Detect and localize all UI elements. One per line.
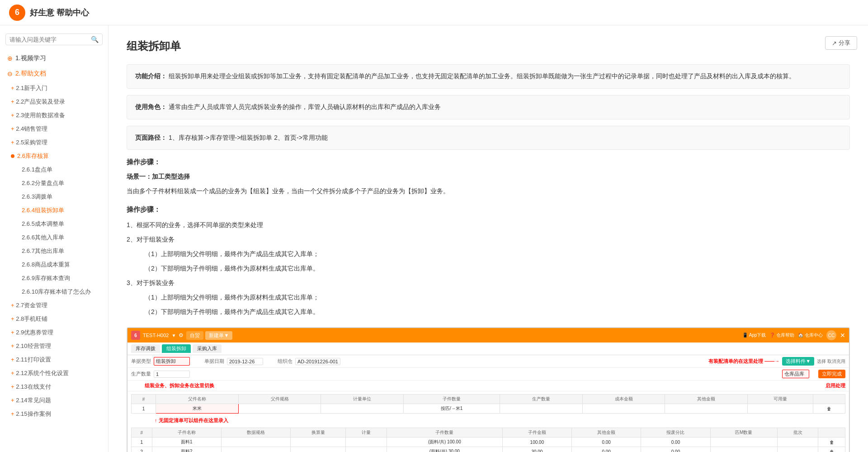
- share-icon: ↗: [832, 40, 837, 47]
- sidebar-child-2.9[interactable]: + 2.9优惠券管理: [11, 326, 108, 339]
- lower-cell-0-6: 100.00: [502, 438, 571, 447]
- sidebar-child-2.6[interactable]: 2.6库存核算: [11, 149, 108, 163]
- main-content: ↗ 分享 组装拆卸单 功能介绍： 组装拆卸单用来处理企业组装或拆卸等加工业务，支…: [108, 25, 868, 452]
- lower-cell-0-5: (面料/共) 100.00: [387, 438, 502, 447]
- lower-cell-1-2: [221, 447, 290, 452]
- sidebar-child-2.14[interactable]: + 2.14常见问题: [11, 394, 108, 407]
- sidebar-child-2.5[interactable]: + 2.5采购管理: [11, 136, 108, 149]
- select-parts-button[interactable]: 选择料件▼: [782, 357, 814, 366]
- search-input[interactable]: [9, 36, 91, 43]
- cell-act: 🗑: [813, 404, 845, 414]
- doc-type-value[interactable]: 组装拆卸: [154, 357, 190, 366]
- lower-cell-1-1[interactable]: 面料2: [152, 447, 221, 452]
- sidebar-child-2.13[interactable]: + 2.13在线支付: [11, 380, 108, 394]
- annotation-2: 组装业务、拆卸业务在这里切换: [145, 383, 214, 388]
- warehouse-select[interactable]: 仓库品库: [782, 370, 809, 378]
- nav-item-new[interactable]: 新建单▼: [205, 331, 232, 340]
- sidebar-label: 1.视频学习: [15, 54, 46, 62]
- qty-label: 生产数量: [131, 371, 151, 377]
- settings-icon[interactable]: ⚙: [179, 332, 184, 338]
- sidebar-child-2.2[interactable]: + 2.2产品安装及登录: [11, 95, 108, 109]
- cell-cost: [582, 404, 665, 414]
- sidebar-grandchild-2.6.2[interactable]: 2.6.2分量盘点单: [0, 176, 108, 190]
- col-other: 其他金额: [665, 395, 748, 404]
- child-label: 2.14常见问题: [16, 397, 51, 404]
- plus-icon: ⊕: [7, 55, 13, 62]
- lower-table-row: 2面料2(面料/共) 30.0030.000.000.00🗑: [132, 447, 845, 452]
- warehouse-label: 组织仓: [278, 358, 292, 365]
- close-icon[interactable]: ✕: [840, 332, 845, 339]
- col-conv: 换算量: [291, 428, 346, 438]
- app-screenshot: 6 TEST-H002 ▼ ⚙ 自贸 新建单▼ 📱 App下载 ❓ 仓库帮助 🏠…: [127, 328, 849, 452]
- warehouse-value[interactable]: AD-20191226-001: [295, 358, 340, 365]
- app-top-bar: 6 TEST-H002 ▼ ⚙ 自贸 新建单▼ 📱 App下载 ❓ 仓库帮助 🏠…: [127, 328, 849, 343]
- sidebar-grandchild-2.6.3[interactable]: 2.6.3调拨单: [0, 190, 108, 204]
- sidebar-child-2.4[interactable]: + 2.4销售管理: [11, 122, 108, 136]
- sidebar-grandchild-2.6.1[interactable]: 2.6.1盘点单: [0, 163, 108, 176]
- sidebar-grandchild-2.6.5[interactable]: 2.6.5成本调整单: [0, 217, 108, 231]
- child-plus-icon: +: [11, 370, 16, 376]
- warehouse-center[interactable]: 🏠 仓库中心: [798, 332, 823, 338]
- expand-dot: [11, 154, 14, 158]
- sidebar-grandchild-2.6.4[interactable]: 2.6.4组装拆卸单: [0, 204, 108, 217]
- col-avail: 可用量: [747, 395, 813, 404]
- sidebar-grandchild-2.6.9[interactable]: 2.6.9库存账本查询: [0, 271, 108, 285]
- tab-assembly[interactable]: 组装拆卸: [162, 344, 191, 353]
- child-plus-icon: +: [11, 343, 16, 349]
- sidebar-grandchild-2.6.6[interactable]: 2.6.6其他入库单: [0, 231, 108, 244]
- path-text: 1、库存核算->库存管理->组装拆卸单 2、首页->常用功能: [169, 134, 328, 141]
- sidebar-item-1[interactable]: ⊕ 1.视频学习: [0, 51, 108, 66]
- lower-cell-0-0: 1: [132, 438, 152, 447]
- sidebar-child-2.3[interactable]: + 2.3使用前数据准备: [11, 109, 108, 122]
- sidebar-child-2.12[interactable]: + 2.12系统个性化设置: [11, 366, 108, 380]
- step-item-0: 1、根据不同的业务，选择不同单据的类型来处理: [127, 219, 850, 231]
- tab-purchase[interactable]: 采购入库: [193, 344, 222, 353]
- tab-inventory-transfer[interactable]: 库存调拨: [131, 344, 160, 353]
- nav-item-home[interactable]: 自贸: [186, 331, 203, 340]
- child-label: 2.2产品安装及登录: [16, 98, 65, 105]
- child-plus-icon: +: [11, 397, 16, 404]
- col-cost: 成本金额: [582, 395, 665, 404]
- lower-cell-1-10: [777, 447, 818, 452]
- cell-avail: [747, 404, 813, 414]
- share-label: 分享: [839, 39, 850, 47]
- lower-table-area: # 子件名称 数据规格 换算量 计量 子件数量 子件金额 其他金额 报废分比 匹…: [127, 425, 849, 452]
- sidebar-grandchild-2.6.10[interactable]: 2.6.10库存账本错了怎么办: [0, 285, 108, 299]
- lower-cell-act[interactable]: 🗑: [818, 438, 845, 447]
- child-label: 2.15操作案例: [16, 410, 51, 417]
- date-value[interactable]: 2019-12-26: [227, 358, 263, 365]
- search-box[interactable]: 🔍: [5, 33, 103, 45]
- complete-button[interactable]: 立即完成: [818, 370, 845, 378]
- lower-cell-act[interactable]: 🗑: [818, 447, 845, 452]
- user-avatar[interactable]: CC: [826, 330, 836, 340]
- child-label: 2.13在线支付: [16, 383, 51, 390]
- search-icon[interactable]: 🔍: [91, 36, 99, 43]
- upper-table-area: # 父件名称 父件规格 计量单位 子件数量 生产数量 成本金额 其他金额 可用量: [127, 391, 849, 416]
- sidebar-child-2.10[interactable]: + 2.10经营管理: [11, 339, 108, 353]
- cell-name[interactable]: 米米: [156, 404, 239, 414]
- warehouse-help[interactable]: ❓ 仓库帮助: [769, 332, 794, 338]
- child-plus-icon: +: [11, 383, 16, 390]
- sidebar-grandchild-2.6.8[interactable]: 2.6.8商品成本重算: [0, 258, 108, 271]
- lower-cell-0-4: [346, 438, 387, 447]
- sidebar-child-2.11[interactable]: + 2.11打印设置: [11, 353, 108, 366]
- lower-cell-1-0: 2: [132, 447, 152, 452]
- sidebar-item-2[interactable]: ⊖ 2.帮助文档: [0, 66, 108, 81]
- lower-cell-0-1[interactable]: 面料1: [152, 438, 221, 447]
- sidebar-child-2.7[interactable]: + 2.7资金管理: [11, 299, 108, 312]
- dropdown-icon[interactable]: ▼: [171, 333, 176, 338]
- child-plus-icon: +: [11, 315, 16, 322]
- ops-steps-title: 操作步骤：: [127, 205, 850, 214]
- sidebar-grandchild-2.6.7[interactable]: 2.6.7其他出库单: [0, 244, 108, 258]
- sidebar-child-2.8[interactable]: + 2.8手机旺铺: [11, 312, 108, 326]
- app-bar-right: 📱 App下载 ❓ 仓库帮助 🏠 仓库中心 CC ✕: [742, 330, 845, 340]
- col-child-qty: 子件数量: [403, 395, 500, 404]
- sidebar-child-2.15[interactable]: + 2.15操作案例: [11, 407, 108, 421]
- child-label: 2.7资金管理: [16, 302, 47, 309]
- sidebar-child-2.1[interactable]: + 2.1新手入门: [11, 81, 108, 95]
- share-button[interactable]: ↗ 分享: [825, 36, 857, 50]
- feature-intro-block: 功能介绍： 组装拆卸单用来处理企业组装或拆卸等加工业务，支持有固定装配清单的产品…: [127, 64, 850, 89]
- app-download[interactable]: 📱 App下载: [742, 332, 766, 338]
- qty-value[interactable]: 1: [154, 371, 190, 378]
- step-item-1: 2、对于组装业务: [127, 233, 850, 246]
